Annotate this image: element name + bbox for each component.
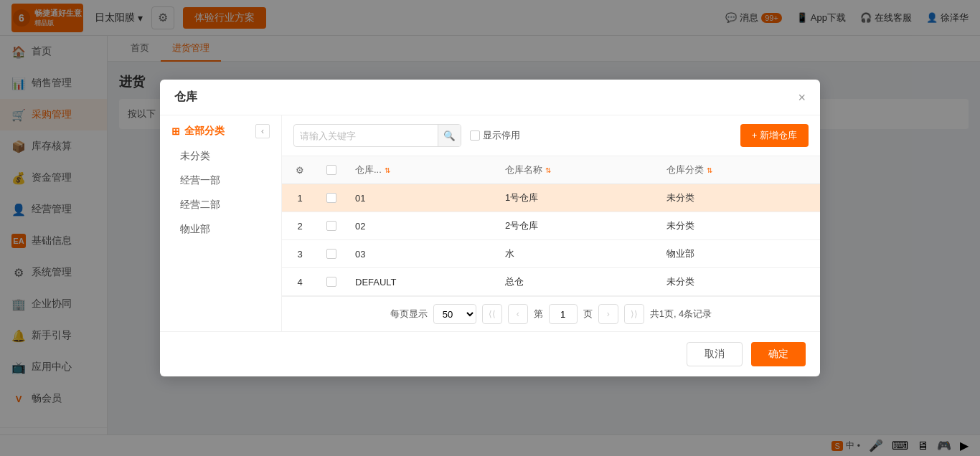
col-check-header	[318, 156, 347, 184]
search-box: 🔍	[293, 124, 461, 147]
category-item-property[interactable]: 物业部	[160, 217, 281, 242]
chevron-left-icon: ‹	[261, 126, 264, 136]
col-name-header: 仓库名称 ⇅	[496, 156, 658, 184]
category-header: ⊞ 全部分类 ‹	[160, 124, 281, 144]
row-3-code: 03	[347, 240, 496, 268]
row-4-check[interactable]	[318, 268, 347, 296]
search-button[interactable]: 🔍	[438, 124, 461, 147]
row-3-category: 物业部	[658, 240, 820, 268]
table-row[interactable]: 2 02 2号仓库 未分类	[282, 212, 820, 240]
row-2-checkbox[interactable]	[326, 221, 336, 231]
row-1-name: 1号仓库	[496, 184, 658, 212]
row-2-check[interactable]	[318, 212, 347, 240]
table-row[interactable]: 1 01 1号仓库 未分类	[282, 184, 820, 212]
category-panel: ⊞ 全部分类 ‹ 未分类 经营一部 经营二部 物业部	[160, 115, 282, 331]
grid-icon: ⊞	[171, 125, 180, 137]
page-size-label: 每页显示	[390, 308, 428, 320]
col-gear-header: ⚙	[282, 156, 318, 184]
category-item-ops1[interactable]: 经营一部	[160, 168, 281, 193]
show-disabled-label[interactable]: 显示停用	[470, 129, 520, 142]
select-all-checkbox[interactable]	[326, 165, 336, 175]
row-1-num: 1	[282, 184, 318, 212]
modal-close-button[interactable]: ×	[798, 91, 806, 104]
table-toolbar: 🔍 显示停用 + 新增仓库	[282, 115, 820, 156]
row-1-check[interactable]	[318, 184, 347, 212]
row-2-code: 02	[347, 212, 496, 240]
col-code-header: 仓库... ⇅	[347, 156, 496, 184]
confirm-button[interactable]: 确定	[751, 342, 806, 366]
page-unit: 页	[583, 308, 593, 320]
col-category-label: 仓库分类	[666, 163, 704, 176]
all-categories-button[interactable]: ⊞ 全部分类	[171, 125, 225, 138]
warehouse-table-inner: ⚙ 仓库... ⇅	[282, 156, 820, 296]
row-3-check[interactable]	[318, 240, 347, 268]
col-category-header: 仓库分类 ⇅	[658, 156, 820, 184]
row-1-checkbox[interactable]	[326, 193, 336, 203]
row-2-name: 2号仓库	[496, 212, 658, 240]
modal-header: 仓库 ×	[160, 80, 820, 115]
row-1-category: 未分类	[658, 184, 820, 212]
row-4-checkbox[interactable]	[326, 277, 336, 287]
row-4-name: 总仓	[496, 268, 658, 296]
col-code-label: 仓库...	[355, 163, 382, 176]
search-input[interactable]	[294, 130, 438, 141]
show-disabled-checkbox[interactable]	[470, 130, 480, 141]
category-item-ops2[interactable]: 经营二部	[160, 193, 281, 217]
category-item-uncat[interactable]: 未分类	[160, 144, 281, 168]
table-row[interactable]: 3 03 水 物业部	[282, 240, 820, 268]
total-records: 共1页, 4条记录	[650, 308, 712, 320]
row-4-code: DEFAULT	[347, 268, 496, 296]
row-3-checkbox[interactable]	[326, 249, 336, 259]
modal-overlay[interactable]: 仓库 × ⊞ 全部分类 ‹ 未分类 经	[0, 0, 980, 456]
gear-icon: ⚙	[296, 165, 304, 176]
row-3-num: 3	[282, 240, 318, 268]
warehouse-modal: 仓库 × ⊞ 全部分类 ‹ 未分类 经	[160, 80, 820, 376]
row-3-name: 水	[496, 240, 658, 268]
sort-icon-category: ⇅	[707, 166, 712, 174]
row-4-num: 4	[282, 268, 318, 296]
first-page-button[interactable]: ⟨⟨	[482, 304, 502, 324]
row-4-category: 未分类	[658, 268, 820, 296]
modal-title: 仓库	[174, 90, 197, 105]
row-2-num: 2	[282, 212, 318, 240]
last-page-button[interactable]: ⟩⟩	[624, 304, 644, 324]
sort-icon-code: ⇅	[385, 166, 390, 174]
pagination-bar: 每页显示 50 10 20 100 ⟨⟨ ‹ 第 页 › ⟩⟩ 共1页, 4条记…	[282, 296, 820, 331]
all-categories-label: 全部分类	[184, 125, 225, 138]
table-panel: 🔍 显示停用 + 新增仓库 ⚙	[282, 115, 820, 331]
prev-page-button[interactable]: ‹	[508, 304, 528, 324]
page-number-input[interactable]	[549, 304, 578, 324]
table-row[interactable]: 4 DEFAULT 总仓 未分类	[282, 268, 820, 296]
modal-footer: 取消 确定	[160, 331, 820, 376]
page-label: 第	[534, 308, 543, 320]
sort-icon-name: ⇅	[545, 166, 551, 174]
table-header: ⚙ 仓库... ⇅	[282, 156, 820, 184]
new-warehouse-button[interactable]: + 新增仓库	[740, 124, 809, 147]
search-icon: 🔍	[443, 130, 456, 141]
next-page-button[interactable]: ›	[598, 304, 618, 324]
collapse-panel-button[interactable]: ‹	[255, 124, 270, 138]
page-size-select[interactable]: 50 10 20 100	[433, 304, 476, 324]
row-1-code: 01	[347, 184, 496, 212]
modal-body: ⊞ 全部分类 ‹ 未分类 经营一部 经营二部 物业部	[160, 115, 820, 331]
warehouse-table: ⚙ 仓库... ⇅	[282, 156, 820, 296]
table-body: 1 01 1号仓库 未分类 2	[282, 184, 820, 296]
cancel-button[interactable]: 取消	[687, 342, 743, 366]
row-2-category: 未分类	[658, 212, 820, 240]
col-name-label: 仓库名称	[505, 163, 542, 176]
